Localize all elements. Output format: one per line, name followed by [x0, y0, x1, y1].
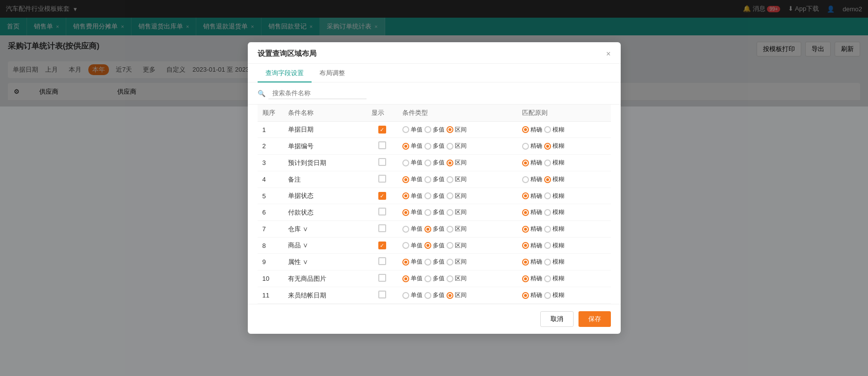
- tab-query-fields-label: 查询字段设置: [265, 69, 304, 77]
- search-icon: 🔍: [258, 90, 265, 97]
- modal-overlay: 设置查询区域布局 × 查询字段设置 布局调整 🔍 顺序 条件名称: [0, 0, 868, 107]
- dialog-close-button[interactable]: ×: [606, 50, 610, 58]
- field-table: 顺序 条件名称 显示 条件类型 匹配原则 1单据日期单值多值区间精确模糊2单据编…: [258, 105, 611, 107]
- dialog-header: 设置查询区域布局 ×: [248, 42, 621, 64]
- th-match: 匹配原则: [517, 105, 611, 107]
- th-order: 顺序: [258, 105, 284, 107]
- th-type: 条件类型: [397, 105, 517, 107]
- tab-layout-adjust-label: 布局调整: [319, 69, 345, 77]
- table-header-row: 顺序 条件名称 显示 条件类型 匹配原则: [258, 105, 611, 107]
- dialog-body: 顺序 条件名称 显示 条件类型 匹配原则 1单据日期单值多值区间精确模糊2单据编…: [248, 105, 621, 107]
- th-name: 条件名称: [283, 105, 366, 107]
- tab-layout-adjust[interactable]: 布局调整: [312, 64, 353, 82]
- settings-dialog: 设置查询区域布局 × 查询字段设置 布局调整 🔍 顺序 条件名称: [248, 42, 621, 107]
- search-area: 🔍: [248, 82, 621, 105]
- search-input[interactable]: [268, 87, 367, 99]
- tab-query-fields[interactable]: 查询字段设置: [258, 64, 312, 82]
- dialog-title: 设置查询区域布局: [258, 49, 316, 58]
- dialog-tabs: 查询字段设置 布局调整: [248, 64, 621, 82]
- th-show: 显示: [367, 105, 398, 107]
